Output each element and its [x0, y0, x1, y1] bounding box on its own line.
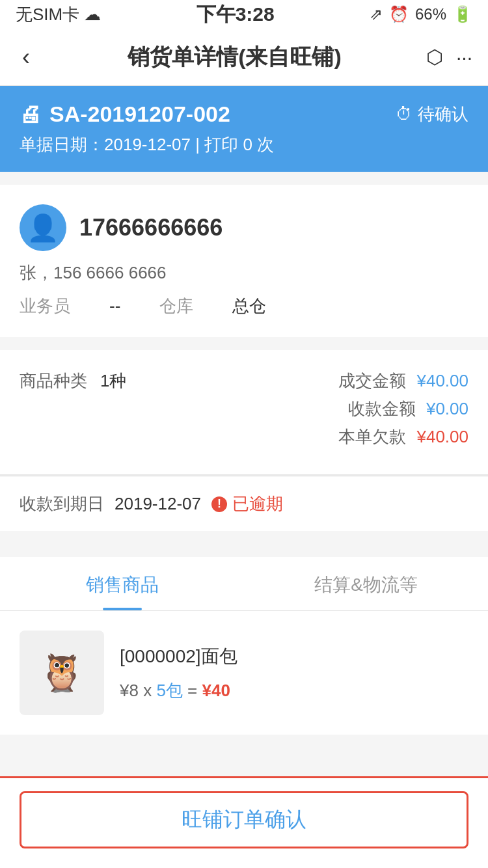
order-id-text: SA-20191207-002 [49, 102, 230, 127]
summary-section: 商品种类 1种 成交金额 ¥40.00 收款金额 ¥0.00 本单欠款 ¥40.… [0, 350, 488, 474]
transaction-value: ¥40.00 [416, 371, 468, 391]
summary-row: 商品种类 1种 成交金额 ¥40.00 收款金额 ¥0.00 本单欠款 ¥40.… [20, 370, 468, 448]
product-info: [0000002]面包 ¥8 x 5包 = ¥40 [120, 644, 468, 702]
warehouse-label: 仓库 [159, 295, 193, 318]
transaction-label: 成交金额 [338, 370, 406, 392]
nav-actions: ⬡ ··· [426, 46, 472, 68]
price-total: ¥40 [202, 681, 230, 700]
product-thumbnail: 🦉 [20, 631, 104, 715]
status-clock-icon: ⏱ [396, 104, 413, 124]
product-item: 🦉 [0000002]面包 ¥8 x 5包 = ¥40 [0, 611, 488, 735]
status-bar: 无SIM卡 ☁ 下午3:28 ⇗ ⏰ 66% 🔋 [0, 0, 488, 29]
bottom-bar: 旺铺订单确认 [0, 776, 488, 868]
product-price: ¥8 x 5包 = ¥40 [120, 679, 468, 702]
price-unit: ¥8 [120, 681, 139, 700]
status-right: ⇗ ⏰ 66% 🔋 [370, 5, 472, 23]
product-type-label: 商品种类 [20, 370, 87, 392]
order-banner-top: 🖨 SA-20191207-002 ⏱ 待确认 [20, 102, 468, 127]
status-time: 下午3:28 [197, 1, 275, 28]
battery-label: 66% [415, 5, 446, 23]
overdue-badge: ! 已逾期 [211, 493, 283, 515]
back-button[interactable]: ‹ [16, 37, 36, 77]
customer-section: 👤 17666666666 张，156 6666 6666 业务员 -- 仓库 … [0, 185, 488, 337]
due-section: 收款到期日 2019-12-07 ! 已逾期 [0, 477, 488, 531]
price-eq: = [187, 681, 202, 700]
battery-icon: 🔋 [453, 5, 472, 23]
sim-label: 无SIM卡 ☁ [16, 3, 101, 26]
product-name: [0000002]面包 [120, 644, 468, 669]
divider-1 [0, 337, 488, 350]
customer-avatar: 👤 [20, 204, 66, 251]
tab-settlement-label: 结算&物流等 [314, 575, 418, 595]
order-id: 🖨 SA-20191207-002 [20, 102, 230, 127]
order-banner: 🖨 SA-20191207-002 ⏱ 待确认 单据日期：2019-12-07 … [0, 86, 488, 172]
divider-2 [0, 531, 488, 544]
tabs-section: 销售商品 结算&物流等 🦉 [0000002]面包 ¥8 x 5包 = ¥40 [0, 557, 488, 735]
owed-label: 本单欠款 [338, 426, 406, 448]
tab-sales-goods[interactable]: 销售商品 [0, 557, 244, 610]
received-row: 收款金额 ¥0.00 [348, 398, 468, 420]
product-type-value: 1种 [100, 370, 126, 392]
nav-bar: ‹ 销货单详情(来自旺铺) ⬡ ··· [0, 29, 488, 86]
thin-divider [0, 474, 488, 476]
transaction-row: 成交金额 ¥40.00 [338, 370, 468, 392]
alarm-icon: ⏰ [389, 5, 409, 23]
product-thumb-icon: 🦉 [39, 651, 85, 694]
location-icon: ⇗ [370, 5, 383, 23]
order-date: 单据日期：2019-12-07 | 打印 0 次 [20, 133, 468, 156]
price-quantity: 5包 [156, 681, 182, 700]
customer-meta: 业务员 -- 仓库 总仓 [20, 295, 468, 318]
overdue-icon: ! [211, 496, 227, 512]
share-button[interactable]: ⬡ [426, 46, 443, 68]
status-text: 待确认 [418, 103, 468, 126]
owed-row: 本单欠款 ¥40.00 [338, 426, 468, 448]
owed-value: ¥40.00 [416, 427, 468, 447]
page-title: 销货单详情(来自旺铺) [43, 42, 426, 72]
due-label: 收款到期日 [20, 493, 104, 515]
summary-right: 成交金额 ¥40.00 收款金额 ¥0.00 本单欠款 ¥40.00 [338, 370, 468, 448]
more-button[interactable]: ··· [456, 46, 472, 68]
customer-row: 👤 17666666666 [20, 204, 468, 251]
salesperson-value: -- [109, 296, 120, 316]
customer-name: 张，156 6666 6666 [20, 262, 468, 284]
received-value: ¥0.00 [426, 399, 468, 419]
tab-settlement[interactable]: 结算&物流等 [244, 557, 488, 610]
salesperson-label: 业务员 [20, 295, 70, 318]
avatar-icon: 👤 [27, 213, 59, 243]
received-label: 收款金额 [348, 398, 416, 420]
price-x: x [143, 681, 156, 700]
status-left: 无SIM卡 ☁ [16, 3, 101, 26]
customer-phone: 17666666666 [79, 214, 223, 241]
warehouse-value: 总仓 [232, 295, 266, 318]
overdue-text: 已逾期 [232, 493, 283, 515]
tab-sales-goods-label: 销售商品 [86, 575, 159, 595]
order-icon: 🖨 [20, 102, 42, 127]
summary-left: 商品种类 1种 [20, 370, 126, 392]
tabs-header: 销售商品 结算&物流等 [0, 557, 488, 611]
due-date: 2019-12-07 [115, 494, 201, 514]
order-status: ⏱ 待确认 [396, 103, 468, 126]
confirm-order-button[interactable]: 旺铺订单确认 [20, 791, 468, 848]
